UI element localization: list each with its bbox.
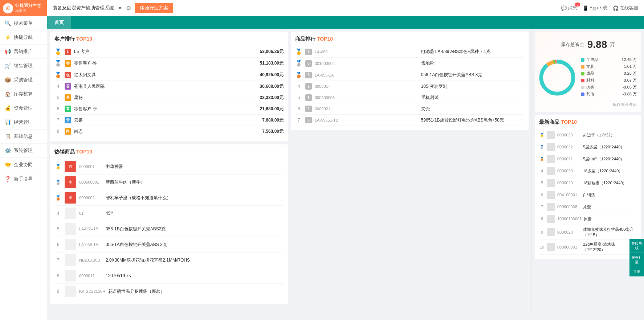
ranking-section: 客户排行 TOP10 🥇 L LS 客户 53,006.26元 🥈 零 <box>47 29 531 309</box>
sidebar-item-quick[interactable]: ⚡ 快捷导航 <box>0 30 47 45</box>
new-item: 🥇 0000033 封边带（1.0*22） <box>539 129 637 141</box>
hot-item: 5 LA-056-1B 056-1B白色按键开关壳ABS2克 <box>54 221 284 237</box>
hot-item: 6 LA-056-1A 056-1A白色按键开关盖ABS 3克 <box>54 237 284 253</box>
legend-dot-meat <box>581 86 584 89</box>
product-ranking: 商品排行 TOP10 🥇 6 LA-089 电池盖 LA-089 ABS本色+黑… <box>291 32 529 130</box>
product-ranking-title: 商品排行 TOP10 <box>295 36 524 42</box>
legend-dot-stationery <box>581 65 584 69</box>
new-code-9: 0000028 <box>557 230 581 234</box>
prod-name-4: 10S 变刹罗刹 <box>421 83 525 90</box>
new-code-7: 000800008 <box>557 205 581 209</box>
sidebar-item-operations[interactable]: 📊 经营管理 <box>0 115 47 130</box>
rank-item: 6 零 零售客户-于 21,680.00元 <box>54 103 284 115</box>
prod-rank-item: 🥉 6 LA-056-1A 056-1A白色按键开关盖ABS 3克 <box>295 69 524 81</box>
medal-1: 🥇 <box>54 48 62 55</box>
new-name-3: 5层中纤（1220*2440） <box>583 156 637 162</box>
new-rank-5: 5 <box>539 181 545 185</box>
new-name-4: 18多层（1220*2440） <box>583 168 637 174</box>
new-code-5: 0000029 <box>557 181 581 185</box>
stock-chart: 半成品 12.45 万 文具 1.01 万 成品 0.25 万 <box>539 57 637 98</box>
stock-proportion-label: 库存资金占比 <box>539 102 637 107</box>
new-code-8: 10000100001 <box>557 217 582 221</box>
hot-rank-9: 9 <box>54 289 62 294</box>
customer-badge-4: 苍 <box>65 83 71 90</box>
new-img-7 <box>547 203 555 211</box>
legend-label-other: 其他 <box>586 91 594 97</box>
sidebar-item-system[interactable]: ⚙️ 系统管理 <box>0 144 47 158</box>
tab-home-label: 首页 <box>54 20 64 25</box>
rank-item: 🥉 红 红太阳文具 40,925.00元 <box>54 69 284 81</box>
headset-icon: 🎧 <box>613 5 619 11</box>
donut-chart <box>539 60 575 96</box>
trial-btn[interactable]: 体验行业方案 <box>135 3 173 13</box>
basic-icon: 📋 <box>4 133 11 140</box>
app-download-btn[interactable]: 📱 App下载 <box>583 5 607 11</box>
new-name-5: 18颗粒板（1220*2440） <box>583 180 637 186</box>
float-service: 客服热线 服务社区 直播 <box>629 239 644 276</box>
sidebar-item-guide[interactable]: ❓ 新手引导 <box>0 172 47 186</box>
prod-rank-5: 5 <box>295 95 302 100</box>
customer-ranking-card: 客户排行 TOP10 🥇 L LS 客户 53,006.26元 🥈 零 <box>50 32 288 307</box>
customer-name-1: LS 客户 <box>74 49 257 55</box>
message-btn[interactable]: 💬 消息 6 <box>561 5 577 11</box>
sidebar-item-enterprise[interactable]: 🤝 企业协同 <box>0 158 47 172</box>
hot-rank-2: 🥈 <box>54 180 62 185</box>
hot-code-9: KK-SD22110H <box>79 289 105 294</box>
new-code-6: 004100001 <box>557 193 581 197</box>
online-service-btn[interactable]: 🎧 在线客服 <box>613 5 639 11</box>
sidebar-item-basic[interactable]: 📋 基础信息 <box>0 130 47 144</box>
sidebar: 好 畅捷通好生意 标准版 🔍 搜索菜单 ⚡ 快捷导航 📢 营销推广 🛒 销售管理… <box>0 0 47 320</box>
customer-badge-6: 零 <box>65 106 71 112</box>
customer-badge-1: L <box>65 49 71 55</box>
hot-name-2: 新西兰牛肉（新牛） <box>106 179 145 185</box>
hot-code-1: 0000001 <box>79 164 103 169</box>
prod-name-1: 电池盖 LA-089 ABS本色+黑种 7.1克 <box>421 49 525 55</box>
sidebar-item-marketing[interactable]: 📢 营销推广 <box>0 45 47 59</box>
hot-img-5 <box>65 223 76 235</box>
float-community[interactable]: 服务社区 <box>629 253 644 267</box>
sidebar-item-purchase[interactable]: 📦 采购管理 <box>0 73 47 87</box>
sidebar-label-inventory: 库存核算 <box>14 91 33 97</box>
hot-img-2: 牛 <box>65 176 76 188</box>
new-item: 🥈 0000032 5层多层（1220*2440） <box>539 141 637 153</box>
settings-icon[interactable]: ⚙ <box>126 5 131 12</box>
prod-name-5: 手机测试 <box>421 95 525 101</box>
sidebar-item-sales[interactable]: 🛒 销售管理 <box>0 59 47 73</box>
new-code-1: 0000033 <box>557 133 581 137</box>
new-rank-2: 🥈 <box>539 145 545 149</box>
sidebar-label-guide: 新手引导 <box>14 176 33 182</box>
customer-name-7: 云扬 <box>74 117 259 123</box>
customer-value-5: 33,333.00元 <box>260 95 284 101</box>
prod-badge-7: 6 <box>305 117 312 123</box>
tab-home[interactable]: 首页 <box>47 16 71 29</box>
float-hotline[interactable]: 客服热线 <box>629 239 644 253</box>
hotline-label: 客服热线 <box>631 241 642 250</box>
sidebar-item-search[interactable]: 🔍 搜索菜单 <box>0 16 47 30</box>
legend-label-semi: 半成品 <box>586 57 598 62</box>
customer-value-1: 53,006.26元 <box>260 49 284 55</box>
customer-value-2: 51,183.00元 <box>260 60 284 66</box>
legend-semi: 半成品 12.45 万 <box>581 57 637 62</box>
sidebar-item-inventory[interactable]: 🏠 库存核算 <box>0 87 47 101</box>
customer-value-6: 21,680.00元 <box>260 106 284 112</box>
prod-rank-6: 6 <box>295 106 302 111</box>
float-direct[interactable]: 直播 <box>629 267 644 276</box>
mobile-icon: 📱 <box>583 5 588 11</box>
dropdown-arrow[interactable]: ▼ <box>118 5 122 11</box>
hot-rank-3: 🥉 <box>54 195 62 201</box>
legend-dot-material <box>581 79 584 82</box>
sidebar-item-finance[interactable]: 💰 资金管理 <box>0 101 47 115</box>
stock-card: 库存总资金 9.88 万 <box>535 32 641 112</box>
new-rank-3: 🥉 <box>539 157 545 161</box>
new-img-8 <box>547 215 555 223</box>
new-rank-8: 8 <box>539 217 545 221</box>
new-code-4: 0000030 <box>557 169 581 173</box>
prod-code-2: 001000002 <box>315 61 418 66</box>
hot-products-title: 热销商品 TOP10 <box>54 149 284 155</box>
new-item: 9 0000028 体城嘉枚味苏打饮品400毫升（1*15） <box>539 225 637 240</box>
legend-value-material: 0.07 万 <box>624 78 637 83</box>
stock-unit: 万 <box>610 41 615 48</box>
rank-item: 🥈 零 零售客户-许 51,183.00元 <box>54 58 284 69</box>
new-name-7: 原奎 <box>583 204 637 210</box>
prod-code-3: LA-056-1A <box>315 73 418 77</box>
